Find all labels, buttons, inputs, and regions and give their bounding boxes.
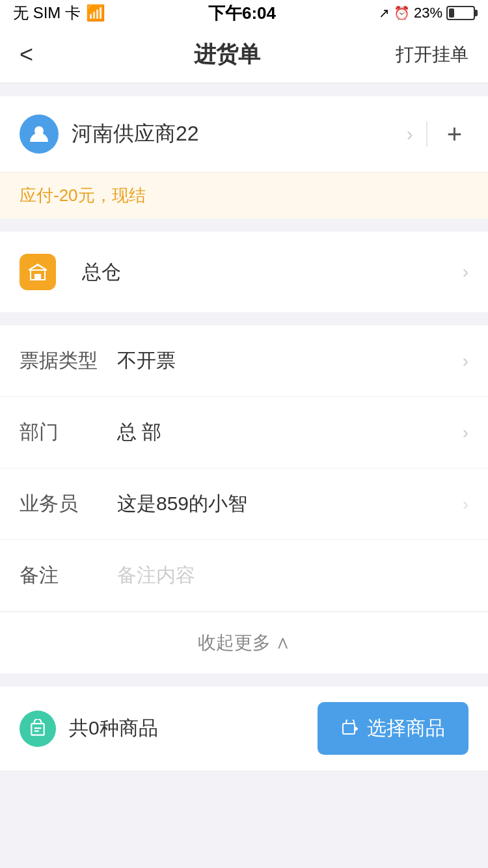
supplier-avatar <box>20 115 59 154</box>
warehouse-chevron-icon: › <box>463 262 468 282</box>
collapse-button[interactable]: 收起更多 ∧ <box>0 612 488 673</box>
nav-bar: < 进货单 打开挂单 <box>0 26 488 83</box>
invoice-type-row[interactable]: 票据类型 不开票 › <box>0 325 488 397</box>
wifi-icon: 📶 <box>86 4 105 22</box>
location-icon: ↗ <box>379 5 390 21</box>
svg-rect-2 <box>31 724 44 735</box>
salesperson-chevron-icon: › <box>463 494 468 515</box>
salesperson-row[interactable]: 业务员 这是859的小智 › <box>0 468 488 540</box>
remark-placeholder: 备注内容 <box>104 562 468 589</box>
department-chevron-icon: › <box>463 422 468 443</box>
supplier-row[interactable]: 河南供应商22 › + <box>0 96 488 172</box>
warehouse-row[interactable]: 总仓 › <box>0 232 488 312</box>
add-supplier-button[interactable]: + <box>441 120 468 149</box>
cart-icon <box>341 720 359 738</box>
invoice-type-value: 不开票 <box>104 347 463 374</box>
supplier-card: 河南供应商22 › + 应付-20元，现结 <box>0 96 488 219</box>
bottom-bar: 共0种商品 选择商品 <box>0 686 488 770</box>
page-title: 进货单 <box>194 40 260 70</box>
battery-icon <box>446 6 475 20</box>
section-divider-1 <box>0 83 488 96</box>
back-button[interactable]: < <box>20 41 59 68</box>
alarm-icon: ⏰ <box>394 5 410 21</box>
supplier-divider <box>426 121 427 147</box>
select-product-button[interactable]: 选择商品 <box>318 702 468 755</box>
status-time: 下午6:04 <box>208 2 276 25</box>
svg-rect-1 <box>34 274 41 279</box>
supplier-chevron-icon: › <box>407 123 413 145</box>
salesperson-label: 业务员 <box>20 491 104 517</box>
department-value: 总 部 <box>104 419 463 446</box>
remark-row[interactable]: 备注 备注内容 <box>0 540 488 612</box>
product-icon <box>20 711 56 747</box>
form-card: 票据类型 不开票 › 部门 总 部 › 业务员 这是859的小智 › 备注 备注… <box>0 325 488 673</box>
warehouse-name: 总仓 <box>69 259 463 286</box>
invoice-type-label: 票据类型 <box>20 347 104 374</box>
warehouse-icon <box>20 254 56 290</box>
supplier-name: 河南供应商22 <box>72 120 407 148</box>
section-divider-2 <box>0 219 488 232</box>
remark-label: 备注 <box>20 562 104 589</box>
product-count: 共0种商品 <box>69 715 318 742</box>
svg-rect-5 <box>343 724 355 734</box>
select-product-label: 选择商品 <box>367 715 445 742</box>
open-pending-button[interactable]: 打开挂单 <box>396 42 468 67</box>
collapse-label: 收起更多 ∧ <box>198 631 291 655</box>
status-carrier: 无 SIM 卡 📶 <box>13 3 105 23</box>
status-bar: 无 SIM 卡 📶 下午6:04 ↗ ⏰ 23% <box>0 0 488 26</box>
battery-percent: 23% <box>414 5 442 21</box>
department-label: 部门 <box>20 419 104 446</box>
invoice-type-chevron-icon: › <box>463 351 468 372</box>
department-row[interactable]: 部门 总 部 › <box>0 397 488 468</box>
salesperson-value: 这是859的小智 <box>104 491 463 517</box>
supplier-notice: 应付-20元，现结 <box>0 172 488 219</box>
warehouse-card: 总仓 › <box>0 232 488 312</box>
section-divider-3 <box>0 312 488 325</box>
